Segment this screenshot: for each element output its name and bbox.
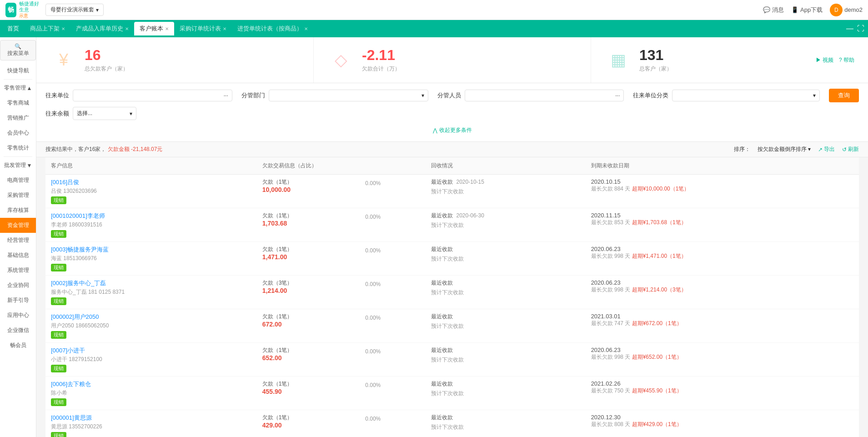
sidebar-item-enterprise-coop[interactable]: 企业协同 — [0, 278, 36, 293]
customer-tag: 现销 — [51, 297, 66, 305]
table-row: [0001020001]李老师 李老师 18600391516 现销 欠款（1笔… — [45, 208, 859, 242]
sidebar-search-btn[interactable]: 🔍 搜索菜单 — [0, 40, 36, 60]
debt-info-cell: 欠款（1笔） 1,703.68 — [257, 208, 360, 242]
content-area: ¥ 16 总欠款客户（家） ◇ -2.11 欠款合计（万） ▦ 131 总客户（… — [36, 37, 868, 437]
tab-home[interactable]: 首页 — [2, 22, 25, 35]
sidebar-item-ecommerce[interactable]: 电商管理 — [0, 173, 36, 188]
stat-icon-diamond: ◇ — [327, 46, 355, 74]
customer-tag: 现销 — [51, 264, 66, 271]
sidebar-item-retail-management[interactable]: 零售管理 ▲ — [0, 80, 36, 95]
tab-product-shelf[interactable]: 商品上下架 ✕ — [25, 22, 70, 35]
dept-select[interactable]: ▾ — [269, 90, 428, 101]
recovery-info: 最近收款 — [431, 313, 580, 321]
sidebar-item-operations[interactable]: 经营管理 — [0, 233, 36, 248]
overdue-info[interactable]: 超期¥652.00（1笔） — [632, 354, 682, 360]
stats-row: ¥ 16 总欠款客户（家） ◇ -2.11 欠款合计（万） ▦ 131 总客户（… — [36, 37, 868, 83]
due-date-cell: 2020.06.23 最长欠款 998 天 超期¥1,471.00（1笔） — [586, 242, 859, 276]
customer-name-link[interactable]: [000002]用户2050 — [51, 313, 99, 320]
sidebar-item-system[interactable]: 系统管理 — [0, 263, 36, 278]
recovery-next: 预计下次收款 — [431, 289, 580, 296]
overdue-info[interactable]: 超期¥1,471.00（1笔） — [632, 253, 687, 259]
sidebar-item-batch-management[interactable]: 批发管理 ▼ — [0, 158, 36, 173]
sidebar-item-marketing[interactable]: 营销推广 — [0, 111, 36, 126]
recovery-cell: 最近收款 2020-10-15 预计下次收款 — [426, 175, 585, 208]
sidebar-item-newbie[interactable]: 新手引导 — [0, 293, 36, 308]
app-download-btn[interactable]: 📱 App下载 — [791, 6, 823, 14]
filter-source-unit: 往来单位 ··· — [45, 90, 232, 101]
tab-import-stats[interactable]: 进货单统计表（按商品） ✕ — [232, 22, 313, 35]
minimize-icon[interactable]: — — [846, 25, 853, 33]
sidebar-item-capital[interactable]: 资金管理 — [0, 218, 36, 233]
table-row: [000002]用户2050 用户2050 18665062050 现销 欠款（… — [45, 309, 859, 343]
tab-customer-account[interactable]: 客户账本 ✕ — [134, 22, 174, 35]
export-btn[interactable]: ↗ 导出 — [818, 146, 835, 153]
source-unit-input[interactable]: ··· — [73, 90, 232, 101]
due-date-cell: 2021.02.26 最长欠款 750 天 超期¥455.90（1笔） — [586, 377, 859, 410]
recovery-info: 最近收款 — [431, 414, 580, 422]
tab-close-icon[interactable]: ✕ — [125, 26, 129, 31]
debt-ratio-cell: 0.00% — [360, 208, 426, 242]
tab-home-label: 首页 — [7, 25, 19, 33]
debt-ratio-cell: 0.00% — [360, 175, 426, 208]
sidebar-item-member[interactable]: 会员中心 — [0, 126, 36, 141]
sidebar-item-retail-stats[interactable]: 零售统计 — [0, 141, 36, 156]
recovery-next: 预计下次收款 — [431, 221, 580, 229]
sidebar-item-enterprise-wechat[interactable]: 企业微信 — [0, 323, 36, 338]
sidebar-item-quick-nav[interactable]: 快捷导航 — [0, 63, 36, 78]
sidebar-marketing-label: 营销推广 — [7, 115, 29, 121]
manager-input[interactable]: ··· — [465, 90, 624, 101]
store-selector[interactable]: 母婴行业演示账套 ▾ — [45, 4, 104, 16]
customer-name-link[interactable]: [0002]服务中心_丁磊 — [51, 280, 106, 286]
overdue-info[interactable]: 超期¥672.00（1笔） — [632, 320, 682, 326]
avatar: D — [830, 4, 843, 16]
sidebar-item-vip-member[interactable]: 畅会员 — [0, 338, 36, 353]
balance-select[interactable]: 选择... ▾ — [73, 107, 136, 120]
overdue-info[interactable]: 超期¥455.90（1笔） — [632, 387, 682, 394]
overdue-info[interactable]: 超期¥1,703.68（1笔） — [632, 219, 687, 226]
overdue-info[interactable]: 超期¥10,000.00（1笔） — [632, 186, 690, 192]
search-button[interactable]: 查询 — [829, 89, 859, 102]
tab-close-icon[interactable]: ✕ — [61, 26, 65, 31]
sidebar-item-purchase[interactable]: 采购管理 — [0, 188, 36, 203]
customer-name-link[interactable]: [0001020001]李老师 — [51, 212, 105, 219]
sidebar-search-section: 🔍 搜索菜单 — [0, 37, 36, 63]
due-date: 2020.10.15 — [591, 178, 853, 185]
recovery-cell: 最近收款 预计下次收款 — [426, 410, 585, 437]
customer-tag: 现销 — [51, 365, 66, 372]
help-btn[interactable]: ? 帮助 — [839, 56, 854, 64]
export-label: 导出 — [824, 146, 835, 153]
maximize-icon[interactable]: ⛶ — [857, 25, 864, 33]
collapse-button[interactable]: ⋀ 收起更多条件 — [433, 126, 472, 134]
tab-close-icon[interactable]: ✕ — [223, 26, 226, 31]
unit-category-select[interactable]: ▾ — [672, 90, 820, 101]
collapse-row: ⋀ 收起更多条件 — [45, 125, 859, 136]
refresh-btn[interactable]: ↺ 刷新 — [842, 146, 859, 153]
sort-select[interactable]: 按欠款金额倒序排序 ▾ — [758, 146, 811, 153]
sidebar-item-warehouse[interactable]: 库存核算 — [0, 203, 36, 218]
tab-purchase-order[interactable]: 采购订单统计表 ✕ — [174, 22, 232, 35]
debt-amount: 1,703.68 — [262, 220, 354, 227]
tab-customer-account-label: 客户账本 — [140, 25, 163, 33]
customer-name-link[interactable]: [000001]黄思源 — [51, 414, 92, 421]
due-date-cell: 2020.06.23 最长欠款 998 天 超期¥1,214.00（3笔） — [586, 276, 859, 309]
sidebar-item-basic-info[interactable]: 基础信息 — [0, 248, 36, 263]
sidebar-item-retail-store[interactable]: 零售商城 — [0, 95, 36, 111]
video-btn[interactable]: ▶ 视频 — [816, 56, 833, 64]
customer-name-link[interactable]: [0007]小进干 — [51, 347, 85, 354]
sidebar-item-app-center[interactable]: 应用中心 — [0, 308, 36, 323]
customer-sub: 陈小希 — [51, 389, 251, 397]
tab-product-history[interactable]: 产成品入库单历史 ✕ — [70, 22, 134, 35]
overdue-info[interactable]: 超期¥1,214.00（3笔） — [632, 286, 687, 293]
user-menu[interactable]: D demo2 — [830, 4, 863, 16]
customer-name-link[interactable]: [0016]吕俊 — [51, 179, 79, 186]
tab-close-icon[interactable]: ✕ — [165, 26, 169, 31]
recovery-info: 最近收款 2020-06-30 — [431, 212, 580, 220]
tab-bar: 首页 商品上下架 ✕ 产成品入库单历史 ✕ 客户账本 ✕ 采购订单统计表 ✕ 进… — [0, 20, 868, 37]
th-customer-info: 客户信息 — [45, 157, 257, 175]
debt-info-cell: 欠款（1笔） 652.00 — [257, 343, 360, 377]
tab-close-icon[interactable]: ✕ — [304, 26, 308, 31]
message-btn[interactable]: 💬 消息 — [763, 6, 784, 14]
customer-name-link[interactable]: [0006]去下粮仓 — [51, 381, 91, 387]
customer-name-link[interactable]: [0003]畅捷服务尹海蓝 — [51, 246, 109, 253]
overdue-info[interactable]: 超期¥429.00（1笔） — [632, 421, 682, 427]
